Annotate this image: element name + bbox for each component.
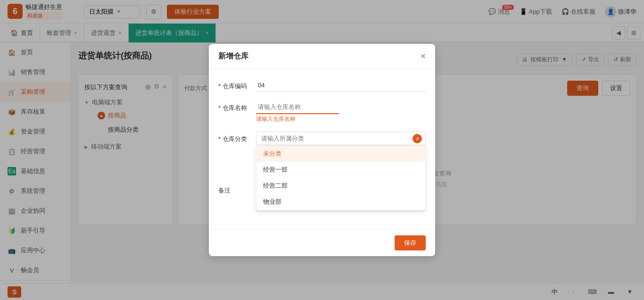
category-chevron-button[interactable]: ∧ xyxy=(413,134,422,143)
modal-overlay: 新增仓库 × * 仓库编码 * 仓库名称 请输入仓库名称 xyxy=(0,0,644,300)
category-label: * 仓库分类 xyxy=(218,132,256,143)
modal-header: 新增仓库 × xyxy=(209,44,435,69)
code-input[interactable] xyxy=(256,79,426,92)
category-select-wrapper: ∧ 未分类 经营一部 经营二部 物业部 xyxy=(256,132,426,145)
code-label: * 仓库编码 xyxy=(218,79,256,91)
category-input[interactable] xyxy=(256,132,426,145)
modal-body: * 仓库编码 * 仓库名称 请输入仓库名称 * 仓库分类 ∧ xyxy=(209,69,435,229)
modal-title: 新增仓库 xyxy=(218,51,248,61)
dropdown-item-dept3[interactable]: 物业部 xyxy=(256,194,425,210)
form-row-category: * 仓库分类 ∧ 未分类 经营一部 经营二部 物业部 xyxy=(218,132,426,145)
category-dropdown: 未分类 经营一部 经营二部 物业部 xyxy=(256,145,426,210)
modal-footer: 保存 xyxy=(209,229,435,256)
dropdown-item-uncategorized[interactable]: 未分类 xyxy=(256,146,425,162)
form-row-code: * 仓库编码 xyxy=(218,79,426,92)
note-label: 备注 xyxy=(218,183,256,195)
form-row-name: * 仓库名称 请输入仓库名称 xyxy=(218,100,426,123)
dropdown-item-dept1[interactable]: 经营一部 xyxy=(256,162,425,178)
name-label: * 仓库名称 xyxy=(218,100,256,112)
save-button[interactable]: 保存 xyxy=(395,235,426,250)
dropdown-item-dept2[interactable]: 经营二部 xyxy=(256,178,425,194)
modal-close-button[interactable]: × xyxy=(421,51,426,61)
add-warehouse-modal: 新增仓库 × * 仓库编码 * 仓库名称 请输入仓库名称 xyxy=(209,44,435,256)
name-error-msg: 请输入仓库名称 xyxy=(256,115,339,123)
name-input[interactable] xyxy=(256,100,339,114)
